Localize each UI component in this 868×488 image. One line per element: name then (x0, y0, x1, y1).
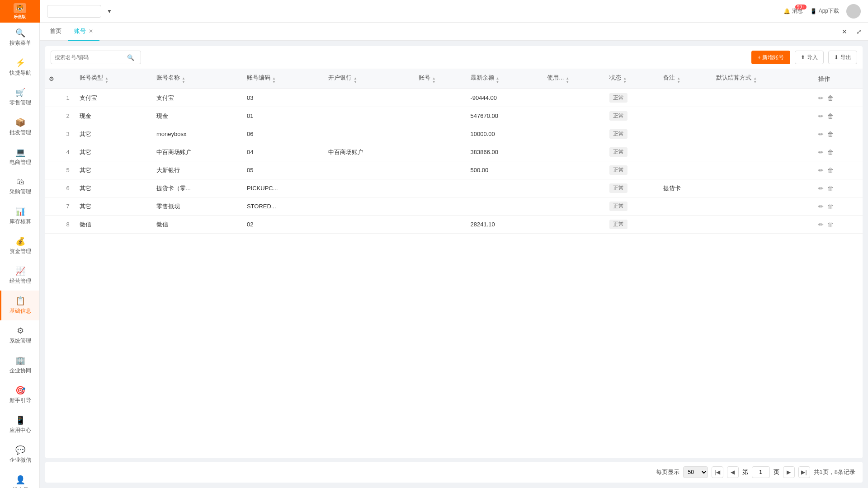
col-usage[interactable]: 使用...▲▼ (543, 69, 606, 89)
edit-button-6[interactable]: ✏ (818, 203, 824, 210)
first-page-button[interactable]: |◀ (712, 466, 723, 478)
row-default-settle-0 (712, 89, 814, 107)
delete-button-3[interactable]: 🗑 (827, 149, 834, 156)
edit-button-5[interactable]: ✏ (818, 185, 824, 192)
col-code[interactable]: 账号编码▲▼ (243, 69, 325, 89)
col-gear[interactable]: ⚙ (45, 69, 60, 89)
col-num (60, 69, 76, 89)
mobile-icon: 📱 (810, 8, 817, 14)
row-remark-4 (660, 161, 712, 179)
table-header-row: ⚙ 账号类型▲▼ 账号名称▲▼ 账号编码▲▼ 开户银行▲▼ 账号▲▼ 最新余额▲… (45, 69, 863, 89)
row-type-0: 支付宝 (76, 89, 153, 107)
row-actions-4: ✏ 🗑 (815, 161, 863, 179)
sidebar-item-purchase[interactable]: 🛍采购管理 (0, 172, 39, 201)
delete-button-2[interactable]: 🗑 (827, 131, 834, 138)
dropdown-button[interactable]: ▼ (107, 8, 112, 14)
edit-button-2[interactable]: ✏ (818, 131, 824, 138)
sidebar-item-member[interactable]: 👤畅会员 (0, 469, 39, 488)
global-search-input[interactable] (47, 5, 101, 18)
delete-button-1[interactable]: 🗑 (827, 113, 834, 120)
edit-button-3[interactable]: ✏ (818, 149, 824, 156)
shortcut-icon: ⚡ (15, 58, 25, 68)
system-icon: ⚙ (17, 326, 24, 336)
main-area: ▼ 🔔 消息 99+ 📱 App下载 首页账号✕ ✕ ⤢ (40, 0, 868, 488)
col-type[interactable]: 账号类型▲▼ (76, 69, 153, 89)
message-badge: 99+ (795, 5, 807, 9)
row-name-6: 零售抵现 (153, 197, 243, 216)
sidebar-item-label: 快捷导航 (9, 69, 31, 77)
per-page-select[interactable]: 50 20 100 (683, 466, 708, 478)
logo-icon: 🐯 (14, 3, 26, 13)
delete-button-0[interactable]: 🗑 (827, 94, 834, 102)
edit-button-7[interactable]: ✏ (818, 221, 824, 228)
col-default-settle[interactable]: 默认结算方式▲▼ (712, 69, 814, 89)
status-badge-2: 正常 (609, 129, 627, 139)
close-tab-action[interactable]: ✕ (839, 26, 850, 37)
row-num-6: 7 (60, 197, 76, 216)
col-bank[interactable]: 开户银行▲▼ (325, 69, 415, 89)
col-balance[interactable]: 最新余额▲▼ (467, 69, 544, 89)
row-gear-6 (45, 197, 60, 216)
bell-icon: 🔔 (783, 8, 790, 14)
message-button[interactable]: 🔔 消息 99+ (783, 7, 803, 15)
row-account-5 (415, 179, 467, 197)
avatar[interactable] (846, 4, 861, 19)
delete-button-7[interactable]: 🗑 (827, 221, 834, 228)
delete-button-6[interactable]: 🗑 (827, 203, 834, 210)
delete-button-5[interactable]: 🗑 (827, 185, 834, 192)
app-download-button[interactable]: 📱 App下载 (810, 7, 839, 15)
row-status-6: 正常 (606, 197, 660, 216)
sidebar-item-inventory[interactable]: 📊库存核算 (0, 201, 39, 231)
row-name-0: 支付宝 (153, 89, 243, 107)
col-status[interactable]: 状态▲▼ (606, 69, 660, 89)
col-account[interactable]: 账号▲▼ (415, 69, 467, 89)
sidebar-item-ecommerce[interactable]: 💻电商管理 (0, 142, 39, 172)
sidebar-item-label: 库存核算 (9, 218, 31, 225)
sidebar-item-appcenter[interactable]: 📱应用中心 (0, 410, 39, 440)
sidebar-item-finance[interactable]: 💰资金管理 (0, 231, 39, 261)
last-page-button[interactable]: ▶| (798, 466, 810, 478)
tab-bar-actions: ✕ ⤢ (839, 26, 864, 37)
expand-tab-action[interactable]: ⤢ (854, 26, 864, 37)
prev-page-button[interactable]: ◀ (727, 466, 739, 478)
sidebar-item-wholesale[interactable]: 📦批发管理 (0, 112, 39, 142)
edit-button-0[interactable]: ✏ (818, 94, 824, 102)
sidebar-item-basic[interactable]: 📋基础信息 (0, 291, 39, 320)
edit-button-4[interactable]: ✏ (818, 167, 824, 174)
sidebar-item-retail[interactable]: 🛒零售管理 (0, 82, 39, 112)
sidebar-item-shortcut[interactable]: ⚡快捷导航 (0, 52, 39, 82)
sidebar-item-operations[interactable]: 📈经营管理 (0, 261, 39, 291)
row-balance-5 (467, 179, 544, 197)
status-badge-3: 正常 (609, 147, 627, 157)
sidebar-item-guide[interactable]: 🎯新手引导 (0, 380, 39, 410)
row-code-5: PICKUPC... (243, 179, 325, 197)
sidebar-item-search[interactable]: 🔍搜索菜单 (0, 23, 39, 52)
sidebar-item-enterprise[interactable]: 🏢企业协同 (0, 350, 39, 380)
row-gear-4 (45, 161, 60, 179)
page-label: 第 (742, 468, 748, 476)
tab-close-account[interactable]: ✕ (89, 28, 93, 34)
col-remark[interactable]: 备注▲▼ (660, 69, 712, 89)
row-num-7: 8 (60, 216, 76, 234)
tab-home[interactable]: 首页 (43, 23, 68, 41)
import-button[interactable]: ⬆ 导入 (795, 51, 824, 64)
table-row: 4 其它 中百商场账户 04 中百商场账户 383866.00 正常 ✏ 🗑 (45, 143, 863, 161)
sidebar-item-label: 零售管理 (9, 99, 31, 107)
page-input[interactable] (752, 466, 770, 478)
export-button[interactable]: ⬇ 导出 (828, 51, 857, 64)
row-code-0: 03 (243, 89, 325, 107)
sidebar-item-wechat[interactable]: 💬企业微信 (0, 440, 39, 469)
tab-bar: 首页账号✕ ✕ ⤢ (40, 23, 868, 41)
table-search-input[interactable] (55, 54, 127, 61)
table-search-wrap[interactable]: 🔍 (51, 51, 141, 64)
row-type-5: 其它 (76, 179, 153, 197)
row-default-settle-3 (712, 143, 814, 161)
sidebar-item-system[interactable]: ⚙系统管理 (0, 320, 39, 350)
edit-button-1[interactable]: ✏ (818, 113, 824, 120)
purchase-icon: 🛍 (16, 177, 24, 187)
next-page-button[interactable]: ▶ (783, 466, 795, 478)
col-name[interactable]: 账号名称▲▼ (153, 69, 243, 89)
delete-button-4[interactable]: 🗑 (827, 167, 834, 174)
tab-account[interactable]: 账号✕ (68, 23, 99, 41)
add-account-button[interactable]: + 新增账号 (751, 51, 790, 64)
